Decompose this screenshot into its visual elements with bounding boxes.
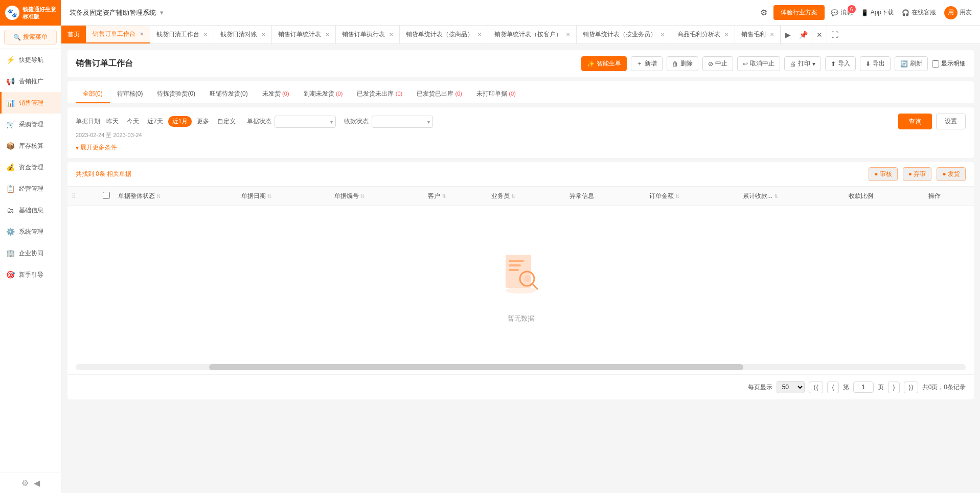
show-detail-checkbox[interactable] xyxy=(932,60,939,68)
date-1month-btn[interactable]: 近1月 xyxy=(168,116,192,127)
filter-tab-shipped-out[interactable]: 已发货已出库 (0) xyxy=(409,85,469,103)
delete-button[interactable]: 🗑 删除 xyxy=(667,56,698,71)
sidebar-item-enterprise[interactable]: 🏢 企业协同 xyxy=(0,242,61,264)
sidebar-item-operations[interactable]: 📋 经营管理 xyxy=(0,178,61,199)
import-button[interactable]: ⬆ 导入 xyxy=(825,56,856,71)
tab-cash-daily[interactable]: 钱货日清工作台 ✕ xyxy=(150,26,214,43)
sort-customer[interactable]: 客户 ⇅ xyxy=(428,192,483,200)
tab-product-margin[interactable]: 商品毛利分析表 ✕ xyxy=(671,26,735,43)
tab-close-cash-reconcile[interactable]: ✕ xyxy=(261,32,265,37)
next-page-button[interactable]: ⟩ xyxy=(888,382,900,393)
status-select[interactable] xyxy=(275,116,336,128)
filter-tab-wangpu-pending[interactable]: 旺铺待发货(0) xyxy=(202,85,255,103)
search-setting-button[interactable]: 设置 xyxy=(936,114,966,129)
tab-pin-button[interactable]: 📌 xyxy=(795,26,812,43)
tab-close-all-button[interactable]: ✕ xyxy=(812,26,827,43)
ship-action-button[interactable]: ● 发货 xyxy=(937,167,966,181)
sidebar-item-sales[interactable]: 📊 销售管理 xyxy=(0,92,61,114)
tab-more-button[interactable]: ▶ xyxy=(781,26,795,43)
tab-close-cash-daily[interactable]: ✕ xyxy=(203,32,208,37)
tab-sales-summary-staff[interactable]: 销货单统计表（按业务员） ✕ xyxy=(577,26,671,43)
scrollbar-thumb[interactable] xyxy=(209,364,743,370)
show-detail-checkbox-label[interactable]: 显示明细 xyxy=(932,59,966,68)
collapse-sidebar-button[interactable]: ◀ xyxy=(34,478,40,488)
cancel-stop-button[interactable]: ↩ 取消中止 xyxy=(737,56,780,71)
tab-sales-profit[interactable]: 销售毛利 ✕ xyxy=(735,26,781,43)
search-menu-button[interactable]: 🔍 搜索菜单 xyxy=(4,30,57,44)
sort-staff[interactable]: 业务员 ⇅ xyxy=(491,192,561,200)
tab-sales-order[interactable]: 销售订单工作台 ✕ xyxy=(86,26,150,43)
payment-select[interactable] xyxy=(372,116,433,128)
tab-sales-summary-product[interactable]: 销货单统计表（按商品） ✕ xyxy=(400,26,488,43)
messages-button[interactable]: 💬 消息 6 xyxy=(831,8,853,17)
table-body: 暂无数据 xyxy=(67,206,974,365)
online-service-button[interactable]: 🎧 在线客服 xyxy=(902,8,936,17)
sort-status[interactable]: 单据整体状态 ⇅ xyxy=(118,192,233,200)
sidebar-item-finance[interactable]: 💰 资金管理 xyxy=(0,156,61,178)
page-number-input[interactable] xyxy=(853,382,874,393)
tab-home[interactable]: 首页 xyxy=(61,26,86,43)
sort-received[interactable]: 累计收款... ⇅ xyxy=(743,192,840,200)
app-download-button[interactable]: 📱 App下载 xyxy=(861,8,894,17)
filter-tab-pending-inspect[interactable]: 待拣货验货(0) xyxy=(150,85,202,103)
filter-tab-shipped-not-out[interactable]: 已发货未出库 (0) xyxy=(350,85,409,103)
sidebar-item-inventory[interactable]: 📦 库存核算 xyxy=(0,135,61,156)
add-button[interactable]: ＋ 新增 xyxy=(631,56,663,71)
stop-button[interactable]: ⊘ 中止 xyxy=(702,56,733,71)
tab-sales-exec[interactable]: 销售订单执行表 ✕ xyxy=(336,26,400,43)
select-all-checkbox[interactable] xyxy=(103,192,110,199)
print-button[interactable]: 🖨 打印 ▾ xyxy=(784,56,821,71)
topbar-settings-button[interactable]: ⚙ xyxy=(760,8,767,17)
sidebar-item-purchase[interactable]: 🛒 采购管理 xyxy=(0,114,61,135)
tab-sales-summary-customer[interactable]: 销货单统计表（按客户） ✕ xyxy=(488,26,577,43)
sort-number[interactable]: 单据编号 ⇅ xyxy=(334,192,420,200)
filter-tab-not-shipped[interactable]: 未发货 (0) xyxy=(255,85,297,103)
cancel-review-action-button[interactable]: ● 弃审 xyxy=(903,167,932,181)
filter-tab-not-printed[interactable]: 未打印单据 (0) xyxy=(469,85,523,103)
expand-conditions-button[interactable]: ▾ 展开更多条件 xyxy=(76,143,966,152)
tab-sales-stat[interactable]: 销售订单统计表 ✕ xyxy=(272,26,336,43)
date-custom-btn[interactable]: 自定义 xyxy=(214,116,239,127)
first-page-button[interactable]: ⟨⟨ xyxy=(809,382,823,393)
tab-close-sales-profit[interactable]: ✕ xyxy=(770,32,774,37)
system-dropdown-arrow[interactable]: ▾ xyxy=(160,9,164,16)
tab-fullscreen-button[interactable]: ⛶ xyxy=(827,26,842,43)
prev-page-button[interactable]: ⟨ xyxy=(827,382,839,393)
content-area: 销售订单工作台 ✨ 智能生单 ＋ 新增 🗑 删除 ⊘ 中止 xyxy=(61,44,980,493)
table-right-actions: ● 审核 ● 弃审 ● 发货 xyxy=(869,167,966,181)
review-action-button[interactable]: ● 审核 xyxy=(869,167,898,181)
sort-amount[interactable]: 订单金额 ⇅ xyxy=(649,192,735,200)
date-yesterday-btn[interactable]: 昨天 xyxy=(103,116,122,127)
sidebar-item-basic-info[interactable]: 🗂 基础信息 xyxy=(0,199,61,221)
main-area: 装备及固定资产辅助管理系统 ▾ ⚙ 体验行业方案 💬 消息 6 📱 App下载 … xyxy=(61,0,980,493)
filter-tab-all[interactable]: 全部(0) xyxy=(76,85,110,103)
sort-date[interactable]: 单据日期 ⇅ xyxy=(241,192,327,200)
filter-tab-pending-review[interactable]: 待审核(0) xyxy=(110,85,150,103)
date-today-btn[interactable]: 今天 xyxy=(124,116,142,127)
export-button[interactable]: ⬇ 导出 xyxy=(860,56,891,71)
tab-close-product-margin[interactable]: ✕ xyxy=(724,32,728,37)
user-menu-button[interactable]: 用 用友 xyxy=(944,6,972,19)
tab-close-sales-stat[interactable]: ✕ xyxy=(325,32,329,37)
tab-close-sales-order[interactable]: ✕ xyxy=(140,31,144,37)
sidebar-item-guide[interactable]: 🎯 新手引导 xyxy=(0,264,61,285)
settings-footer-button[interactable]: ⚙ xyxy=(21,478,29,488)
horizontal-scrollbar[interactable] xyxy=(76,364,966,370)
tab-close-sales-summary-staff[interactable]: ✕ xyxy=(660,32,665,37)
last-page-button[interactable]: ⟩⟩ xyxy=(904,382,918,393)
tab-close-sales-summary-product[interactable]: ✕ xyxy=(477,32,482,37)
industry-solution-button[interactable]: 体验行业方案 xyxy=(773,5,825,20)
page-size-select[interactable]: 10 20 50 100 xyxy=(777,381,805,393)
query-button[interactable]: 查询 xyxy=(898,114,932,129)
date-more-btn[interactable]: 更多 xyxy=(194,116,212,127)
tab-close-sales-exec[interactable]: ✕ xyxy=(389,32,393,37)
filter-tab-overdue-ship[interactable]: 到期未发货 (0) xyxy=(297,85,350,103)
smart-create-button[interactable]: ✨ 智能生单 xyxy=(581,56,627,71)
sidebar-item-quick-nav[interactable]: ⚡ 快捷导航 xyxy=(0,49,61,71)
sidebar-item-system[interactable]: ⚙️ 系统管理 xyxy=(0,221,61,242)
sidebar-item-marketing[interactable]: 📢 营销推广 xyxy=(0,71,61,92)
tab-cash-reconcile[interactable]: 钱货日清对账 ✕ xyxy=(214,26,272,43)
tab-close-sales-summary-customer[interactable]: ✕ xyxy=(566,32,570,37)
date-7days-btn[interactable]: 近7天 xyxy=(144,116,166,127)
refresh-button[interactable]: 🔄 刷新 xyxy=(895,56,928,71)
